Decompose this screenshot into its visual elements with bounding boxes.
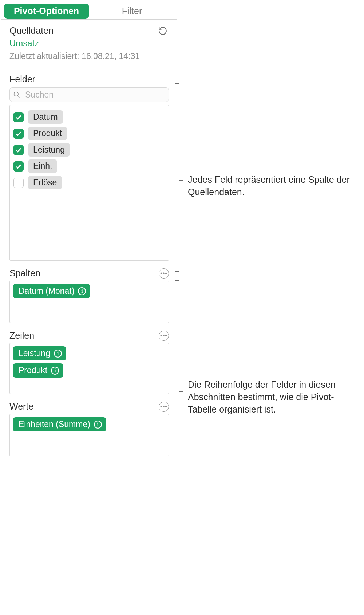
row-field-pill[interactable]: Produkt i (13, 363, 63, 378)
field-chip[interactable]: Produkt (28, 127, 67, 140)
fields-list: Datum Produkt Leistung Einh. Erlöse (9, 105, 169, 261)
field-row: Datum (13, 109, 166, 125)
field-checkbox-leistung[interactable] (13, 145, 24, 155)
source-data-heading: Quelldaten (9, 25, 169, 36)
info-icon[interactable]: i (94, 421, 102, 429)
values-more-button[interactable]: ••• (159, 402, 169, 412)
refresh-button[interactable] (157, 25, 169, 37)
last-updated-text: Zuletzt aktualisiert: 16.08.21, 14:31 (9, 51, 169, 61)
field-row: Leistung (13, 142, 166, 158)
rows-zone-title: Zeilen (9, 330, 34, 341)
field-chip[interactable]: Datum (28, 110, 63, 124)
callout-bracket-zones (179, 280, 179, 482)
field-row: Einh. (13, 158, 166, 174)
values-zone-header: Werte ••• (9, 401, 169, 412)
tab-filter[interactable]: Filter (89, 4, 175, 19)
fields-section: Felder Datum Produkt Leistung Einh. (1, 68, 177, 456)
field-checkbox-erloese[interactable] (13, 178, 24, 188)
rows-more-button[interactable]: ••• (159, 331, 169, 341)
tab-pivot-options[interactable]: Pivot-Optionen (4, 4, 89, 19)
field-checkbox-einh[interactable] (13, 161, 24, 172)
row-field-pill[interactable]: Leistung i (13, 346, 66, 360)
pivot-options-panel: Pivot-Optionen Filter Quelldaten Umsatz … (1, 1, 177, 482)
search-icon (13, 91, 20, 98)
values-drop-zone[interactable]: Einheiten (Summe) i (9, 414, 169, 456)
svg-line-1 (18, 96, 20, 98)
columns-drop-zone[interactable]: Datum (Monat) i (9, 281, 169, 323)
field-chip[interactable]: Einh. (28, 159, 57, 173)
field-row: Erlöse (13, 174, 166, 191)
info-icon[interactable]: i (51, 367, 59, 375)
svg-point-0 (14, 92, 19, 96)
pill-label: Produkt (19, 366, 47, 375)
pill-label: Einheiten (Summe) (19, 419, 90, 429)
rows-zone-header: Zeilen ••• (9, 330, 169, 341)
field-checkbox-produkt[interactable] (13, 129, 24, 139)
field-chip[interactable]: Leistung (28, 143, 70, 157)
values-zone-title: Werte (9, 401, 33, 412)
search-wrap (9, 87, 169, 102)
refresh-icon (158, 26, 167, 36)
field-row: Produkt (13, 125, 166, 142)
columns-zone-header: Spalten ••• (9, 268, 169, 279)
ellipsis-icon: ••• (160, 333, 167, 339)
search-input[interactable] (9, 87, 169, 102)
source-data-section: Quelldaten Umsatz Zuletzt aktualisiert: … (1, 20, 177, 68)
columns-zone-title: Spalten (9, 268, 40, 279)
fields-heading: Felder (9, 74, 169, 84)
column-field-pill[interactable]: Datum (Monat) i (13, 284, 90, 298)
ellipsis-icon: ••• (160, 271, 167, 276)
tab-bar: Pivot-Optionen Filter (1, 1, 177, 20)
pill-label: Leistung (19, 348, 50, 358)
source-name: Umsatz (9, 38, 169, 48)
value-field-pill[interactable]: Einheiten (Summe) i (13, 417, 106, 431)
callout-text-fields: Jedes Feld repräsentiert eine Spalte der… (188, 174, 353, 198)
info-icon[interactable]: i (54, 350, 62, 358)
rows-drop-zone[interactable]: Leistung i Produkt i (9, 343, 169, 394)
field-chip[interactable]: Erlöse (28, 176, 62, 189)
ellipsis-icon: ••• (160, 404, 167, 410)
callout-text-zones: Die Reihenfolge der Felder in diesen Abs… (188, 379, 359, 415)
columns-more-button[interactable]: ••• (159, 268, 169, 279)
callout-bracket-fields (179, 83, 179, 272)
field-checkbox-datum[interactable] (13, 112, 24, 122)
info-icon[interactable]: i (78, 287, 86, 295)
pill-label: Datum (Monat) (19, 286, 74, 296)
